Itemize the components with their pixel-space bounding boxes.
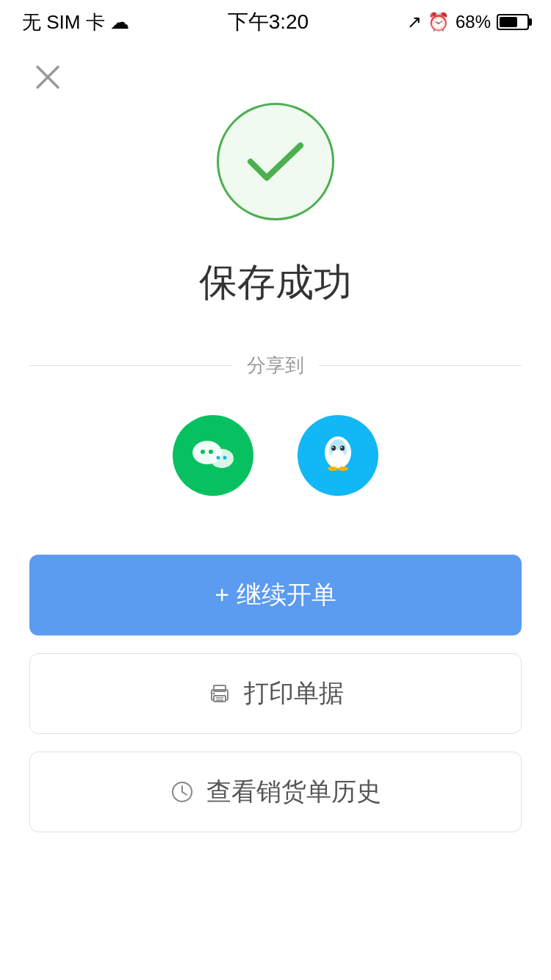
qq-share-button[interactable] [298, 415, 378, 496]
alarm-icon: ⏰ [428, 12, 450, 32]
battery-percent: 68% [455, 12, 491, 32]
svg-point-16 [338, 466, 348, 471]
close-button[interactable] [29, 59, 66, 96]
success-title: 保存成功 [199, 257, 352, 309]
wechat-share-button[interactable] [173, 415, 253, 496]
battery-fill [500, 17, 517, 27]
status-right: ↗ ⏰ 68% [407, 12, 529, 32]
close-icon [35, 64, 61, 90]
battery-container [497, 14, 529, 30]
svg-point-6 [217, 456, 220, 460]
location-icon: ↗ [407, 12, 422, 32]
success-section: 保存成功 分享到 [29, 44, 522, 832]
print-label: 打印单据 [244, 677, 344, 710]
history-label: 查看销货单历史 [206, 775, 381, 809]
svg-point-15 [328, 466, 338, 471]
status-bar: 无 SIM 卡 ☁ 下午3:20 ↗ ⏰ 68% [0, 0, 551, 44]
svg-point-13 [341, 447, 342, 448]
wechat-icon [190, 432, 237, 479]
status-left: 无 SIM 卡 ☁ [22, 10, 129, 35]
check-icon [246, 140, 305, 184]
svg-point-11 [340, 446, 345, 451]
sim-status: 无 SIM 卡 ☁ [22, 10, 129, 35]
divider-left [29, 365, 232, 366]
svg-point-3 [210, 449, 234, 468]
share-label: 分享到 [247, 353, 304, 378]
svg-point-7 [223, 456, 227, 460]
print-button[interactable]: 打印单据 [29, 653, 522, 734]
status-time: 下午3:20 [228, 8, 309, 36]
buttons-section: + 继续开单 打印单据 [29, 555, 522, 832]
battery-bar [497, 14, 529, 30]
svg-rect-20 [214, 696, 226, 702]
main-content: 保存成功 分享到 [0, 44, 551, 832]
svg-point-4 [201, 450, 205, 454]
qq-icon [314, 432, 361, 479]
svg-point-23 [213, 693, 215, 695]
history-icon [170, 779, 195, 804]
svg-point-12 [332, 447, 334, 448]
svg-point-17 [331, 450, 345, 467]
svg-point-5 [209, 450, 213, 454]
continue-button[interactable]: + 继续开单 [29, 555, 522, 635]
history-button[interactable]: 查看销货单历史 [29, 752, 522, 832]
share-icons [29, 415, 522, 496]
divider-section: 分享到 [29, 353, 522, 378]
svg-line-26 [182, 792, 187, 795]
svg-point-10 [331, 446, 336, 451]
divider-right [319, 365, 522, 366]
print-icon [207, 681, 232, 706]
success-circle [217, 103, 334, 220]
